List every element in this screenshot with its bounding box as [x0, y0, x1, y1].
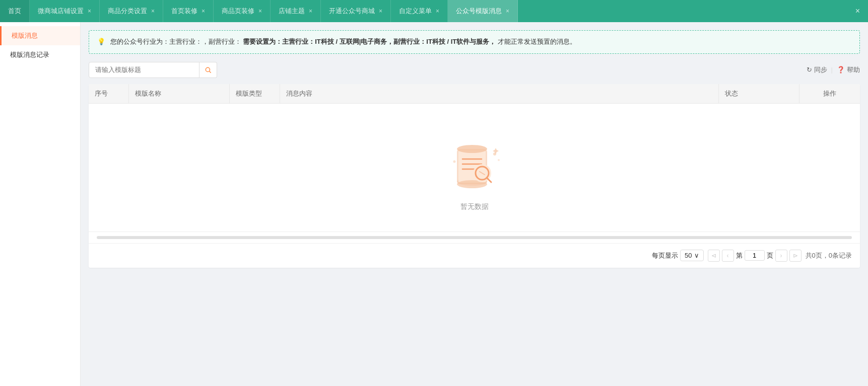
- tab-item-3[interactable]: 首页装修×: [163, 0, 214, 22]
- table-header: 序号 模版名称 模版类型 消息内容 状态 操作: [89, 84, 860, 104]
- tab-close-1[interactable]: ×: [88, 8, 91, 14]
- tab-label-3: 首页装修: [171, 7, 197, 16]
- sidebar-item-0[interactable]: 模版消息: [0, 26, 80, 45]
- tab-item-4[interactable]: 商品页装修×: [214, 0, 271, 22]
- total-info: 共0页，0条记录: [806, 251, 852, 260]
- tab-close-6[interactable]: ×: [379, 8, 382, 14]
- col-header-seq: 序号: [89, 84, 129, 103]
- last-page-button[interactable]: ⊳: [789, 250, 802, 262]
- tab-close-3[interactable]: ×: [202, 8, 205, 14]
- page-label: 第: [736, 251, 743, 260]
- sidebar-item-1[interactable]: 模版消息记录: [0, 45, 80, 64]
- col-header-content: 消息内容: [280, 84, 719, 103]
- toolbar-divider: |: [831, 66, 833, 73]
- pagination: 每页显示 50 ∨ ⊲ ‹ 第 页 › ⊳ 共0页，0条记录: [89, 243, 860, 268]
- empty-state: 暂无数据: [89, 104, 860, 231]
- col-header-action: 操作: [799, 84, 860, 103]
- tab-label-0: 首页: [8, 7, 21, 16]
- prev-page-button[interactable]: ‹: [722, 250, 734, 262]
- tab-label-2: 商品分类设置: [108, 7, 147, 16]
- tab-close-7[interactable]: ×: [436, 8, 439, 14]
- col-header-status: 状态: [719, 84, 799, 103]
- search-button[interactable]: [199, 62, 217, 78]
- help-button[interactable]: ❓ 帮助: [837, 65, 860, 74]
- col-header-type: 模版类型: [230, 84, 280, 103]
- toolbar-right: ↻ 同步 | ❓ 帮助: [807, 65, 860, 74]
- notice-text3: 才能正常发送预置的消息。: [498, 38, 576, 45]
- tab-item-6[interactable]: 开通公众号商城×: [321, 0, 391, 22]
- tab-bar-close-btn[interactable]: ×: [847, 7, 868, 16]
- search-input[interactable]: [89, 62, 199, 78]
- page-size-dropdown-icon: ∨: [694, 252, 699, 259]
- page-size-selector[interactable]: 50 ∨: [680, 250, 703, 261]
- content-area: 💡 您的公众号行业为：主营行业：，副营行业： 需要设置为：主营行业：IT科技 /…: [81, 22, 868, 386]
- tab-close-4[interactable]: ×: [258, 8, 262, 14]
- page-size-value: 50: [685, 252, 692, 259]
- svg-point-5: [457, 145, 487, 153]
- notice-box: 💡 您的公众号行业为：主营行业：，副营行业： 需要设置为：主营行业：IT科技 /…: [89, 30, 860, 54]
- page-navigation: ⊲ ‹ 第 页 › ⊳: [708, 250, 802, 262]
- tab-label-4: 商品页装修: [222, 7, 254, 16]
- svg-point-15: [498, 159, 500, 161]
- notice-text2: 需要设置为：主营行业：IT科技 / 互联网|电子商务，副营行业：IT科技 / I…: [243, 38, 496, 45]
- scrollbar-area: [89, 231, 860, 243]
- sync-button[interactable]: ↻ 同步: [807, 65, 827, 74]
- empty-illustration: [444, 134, 505, 194]
- sidebar: 模版消息模版消息记录: [0, 22, 81, 386]
- tab-label-1: 微商城店铺设置: [38, 7, 84, 16]
- tab-item-0[interactable]: 首页: [0, 0, 30, 22]
- tab-item-5[interactable]: 店铺主题×: [271, 0, 321, 22]
- page-unit: 页: [767, 251, 773, 260]
- help-label: 帮助: [847, 65, 860, 74]
- svg-line-1: [210, 71, 211, 73]
- notice-text1: 您的公众号行业为：主营行业：，副营行业：: [110, 38, 241, 45]
- tab-label-7: 自定义菜单: [399, 7, 432, 16]
- col-header-name: 模版名称: [129, 84, 230, 103]
- tab-item-1[interactable]: 微商城店铺设置×: [30, 0, 100, 22]
- tab-bar: 首页微商城店铺设置×商品分类设置×首页装修×商品页装修×店铺主题×开通公众号商城…: [0, 0, 868, 22]
- tab-label-6: 开通公众号商城: [329, 7, 375, 16]
- tab-item-8[interactable]: 公众号模版消息×: [448, 0, 518, 22]
- empty-text: 暂无数据: [460, 202, 489, 211]
- tab-item-7[interactable]: 自定义菜单×: [391, 0, 448, 22]
- sync-label: 同步: [814, 65, 827, 74]
- page-size-label: 每页显示: [652, 251, 678, 260]
- horizontal-scrollbar[interactable]: [97, 236, 852, 239]
- current-page-input[interactable]: [745, 250, 765, 261]
- first-page-button[interactable]: ⊲: [708, 250, 720, 262]
- page-size-section: 每页显示 50 ∨: [652, 250, 703, 261]
- main-layout: 模版消息模版消息记录 💡 您的公众号行业为：主营行业：，副营行业： 需要设置为：…: [0, 22, 868, 386]
- tab-close-5[interactable]: ×: [309, 8, 312, 14]
- search-bar: ↻ 同步 | ❓ 帮助: [89, 62, 860, 78]
- tab-close-8[interactable]: ×: [506, 8, 509, 14]
- data-table: 序号 模版名称 模版类型 消息内容 状态 操作: [89, 84, 860, 268]
- notice-icon: 💡: [97, 38, 105, 45]
- tab-label-8: 公众号模版消息: [456, 7, 502, 16]
- tab-label-5: 店铺主题: [279, 7, 305, 16]
- tab-close-2[interactable]: ×: [151, 8, 155, 14]
- help-icon: ❓: [837, 66, 845, 73]
- search-icon: [205, 66, 212, 73]
- svg-point-16: [453, 160, 455, 163]
- next-page-button[interactable]: ›: [775, 250, 787, 262]
- tab-item-2[interactable]: 商品分类设置×: [100, 0, 163, 22]
- sync-icon: ↻: [807, 66, 812, 73]
